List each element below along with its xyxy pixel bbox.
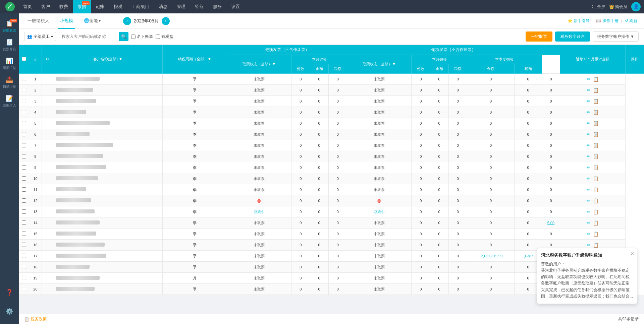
row-in-status[interactable]: 未取票 (227, 240, 291, 251)
row-sales-status[interactable]: 未取票 (347, 173, 412, 184)
row-client-name[interactable] (53, 217, 162, 229)
nav-business[interactable]: 经营 (190, 0, 208, 13)
checkbox-under-account[interactable]: 名下账套 (131, 34, 153, 40)
row-copy-btn[interactable]: 📋 (592, 87, 599, 93)
sidebar-item-entry[interactable]: 📝 票据录入 (0, 92, 19, 111)
row-sales-status[interactable]: 未取票 (347, 140, 412, 151)
row-in-status[interactable]: 未取票 (227, 140, 291, 151)
employee-select[interactable]: 👥 全部员工 ▾ (24, 32, 56, 41)
row-checkbox[interactable] (22, 165, 26, 170)
sidebar-item-scan[interactable]: 📤 扫描上传 (0, 73, 19, 92)
checkbox-has-tax-disk[interactable]: 有税盘 (156, 34, 173, 40)
date-next-btn[interactable]: › (162, 17, 170, 25)
row-in-status[interactable]: 未取票 (227, 107, 291, 118)
row-copy-btn[interactable]: 📋 (592, 186, 599, 193)
row-checkbox[interactable] (22, 176, 26, 181)
row-in-status[interactable]: 未取票 (227, 162, 291, 173)
row-client-name[interactable] (53, 74, 162, 85)
row-copy-btn[interactable]: 📋 (592, 142, 599, 149)
sidebar-bottom-help[interactable]: ❓ (0, 283, 19, 302)
row-client-name[interactable] (53, 284, 162, 295)
row-edit-btn[interactable]: ✏ (586, 208, 591, 215)
row-copy-btn[interactable]: 📋 (592, 242, 599, 248)
row-sales-status[interactable]: 未取票 (347, 251, 412, 262)
tab-general-taxpayer[interactable]: 一般纳税人 (25, 13, 51, 29)
nav-client[interactable]: 客户 (37, 0, 55, 13)
policy-link[interactable]: 📋 税务政策 (24, 316, 47, 322)
row-copy-btn[interactable]: 📋 (592, 231, 599, 237)
row-edit-btn[interactable]: ✏ (586, 175, 591, 182)
row-sales-status[interactable]: ⊗ (347, 195, 412, 206)
date-prev-btn[interactable]: ‹ (123, 17, 131, 25)
row-copy-btn[interactable]: 📋 (592, 197, 599, 204)
row-in-status[interactable]: 未取票 (227, 173, 291, 184)
row-in-status[interactable]: 未取票 (227, 96, 291, 107)
row-client-name[interactable] (53, 251, 162, 262)
row-sales-status[interactable]: 未取票 (347, 284, 412, 295)
th-client-name[interactable]: 客户名称(全部) ▼ (53, 45, 162, 74)
row-sales-status[interactable]: 未取票 (347, 162, 412, 173)
row-in-status[interactable]: 取票中 (227, 206, 291, 217)
nav-settings[interactable]: 设置 (226, 0, 245, 13)
row-checkbox[interactable] (22, 287, 26, 291)
row-copy-btn[interactable]: 📋 (592, 164, 599, 171)
th-settings[interactable]: ⚙ (42, 45, 53, 74)
row-client-name[interactable] (53, 184, 162, 195)
search-button[interactable]: 🔍 (119, 32, 128, 41)
row-in-status[interactable]: 未取票 (227, 229, 291, 240)
manual-btn[interactable]: 📖 操作手册 (596, 18, 618, 24)
row-checkbox[interactable] (22, 154, 26, 158)
row-edit-btn[interactable]: ✏ (586, 186, 591, 193)
checkbox-under-account-input[interactable] (131, 35, 136, 39)
row-copy-btn[interactable]: 📋 (592, 120, 599, 127)
row-checkbox[interactable] (22, 187, 26, 192)
row-client-name[interactable] (53, 140, 162, 151)
row-sales-status[interactable]: 未取票 (347, 74, 412, 85)
row-in-status[interactable]: 未取票 (227, 74, 291, 85)
row-edit-btn[interactable]: ✏ (586, 109, 591, 116)
row-in-status[interactable]: 未取票 (227, 217, 291, 229)
row-client-name[interactable] (53, 173, 162, 184)
row-checkbox[interactable] (22, 99, 26, 103)
row-in-status[interactable]: 未取票 (227, 251, 291, 262)
th-sales-status[interactable]: 取票状态（全部）▼ (347, 55, 412, 74)
sidebar-item-open-invoice[interactable]: 🧾 发票开具 (0, 36, 19, 54)
row-in-status[interactable]: 未取票 (227, 151, 291, 162)
row-edit-btn[interactable]: ✏ (586, 197, 591, 204)
row-copy-btn[interactable]: 📋 (592, 131, 599, 138)
row-in-status[interactable]: 未取票 (227, 129, 291, 140)
row-client-name[interactable] (53, 240, 162, 251)
row-in-status[interactable]: 未取票 (227, 284, 291, 295)
row-sales-status[interactable]: 未取票 (347, 118, 412, 129)
row-client-name[interactable] (53, 206, 162, 217)
row-sales-status[interactable]: 未取票 (347, 217, 412, 229)
row-in-status[interactable]: 未取票 (227, 262, 291, 273)
row-in-status[interactable]: 未取票 (227, 184, 291, 195)
row-checkbox[interactable] (22, 132, 26, 136)
row-edit-btn[interactable]: ✏ (586, 142, 591, 149)
row-checkbox[interactable] (22, 77, 26, 81)
nav-tax[interactable]: 报税 (109, 0, 127, 13)
select-all-checkbox[interactable] (22, 57, 26, 61)
row-copy-btn[interactable]: 📋 (592, 98, 599, 105)
tab-small-scale[interactable]: 小规模 (58, 13, 75, 29)
row-sales-status[interactable]: 未取票 (347, 262, 412, 273)
row-edit-btn[interactable]: ✏ (586, 76, 591, 82)
sidebar-bottom-settings[interactable]: ⚙️ (0, 302, 19, 321)
sidebar-item-smart-invoice[interactable]: 📋 智能取票 new (0, 17, 19, 36)
nav-accounting[interactable]: 记账 (91, 0, 109, 13)
row-checkbox[interactable] (22, 121, 26, 125)
refresh-btn[interactable]: ↺ 刷新 (625, 18, 637, 24)
row-client-name[interactable] (53, 96, 162, 107)
row-client-name[interactable] (53, 262, 162, 273)
nav-commerce[interactable]: 工商项目 (127, 0, 154, 13)
row-in-status[interactable]: 未取票 (227, 273, 291, 284)
nav-invoice[interactable]: 票据 new (73, 0, 91, 13)
row-sales-status[interactable]: 取票中 (347, 206, 412, 217)
one-click-invoice-btn[interactable]: 一键取票 (526, 31, 552, 42)
nav-fee[interactable]: 收费 (55, 0, 73, 13)
row-client-name[interactable] (53, 195, 162, 206)
new-guide-btn[interactable]: ⭐ 新手引导 (568, 18, 590, 24)
row-sales-status[interactable]: 未取票 (347, 129, 412, 140)
row-client-name[interactable] (53, 129, 162, 140)
